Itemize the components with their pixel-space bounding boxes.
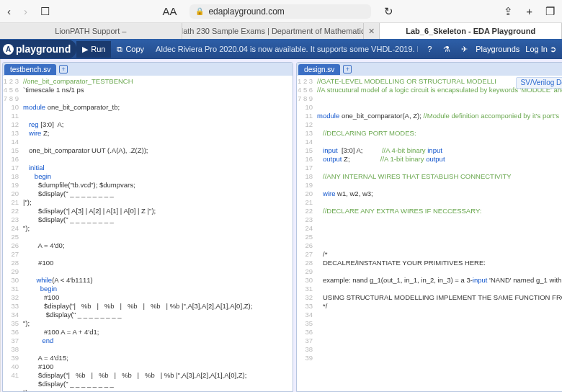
design-badge: SV/Verilog Design: [516, 77, 562, 89]
tab-testbench[interactable]: testbench.sv: [4, 64, 56, 75]
tab-math230[interactable]: Math 230 Sample Exams | Department of Ma…: [182, 23, 365, 39]
book-icon[interactable]: ☐: [40, 5, 52, 18]
editor-right[interactable]: 1 2 3 4 5 6 7 8 9 10 11 12 13 14 15 16 1…: [297, 76, 562, 391]
new-tab-icon[interactable]: +: [526, 5, 532, 17]
tab-strip: LionPATH Support – Math 230 Sample Exams…: [0, 23, 562, 39]
flask-icon[interactable]: ⚗: [441, 43, 452, 55]
browser-bar: ‹ › ☐ AA 🔒 edaplayground.com ↻ ⇪ + ❐: [0, 0, 562, 23]
login-button[interactable]: Log In ➲: [525, 45, 556, 54]
logo[interactable]: A playground: [0, 40, 76, 58]
text-size-icon[interactable]: AA: [162, 5, 177, 17]
tab-design[interactable]: design.sv: [298, 64, 340, 75]
tabs-icon[interactable]: ❐: [545, 5, 555, 18]
toolbar-message: Aldec Riviera Pro 2020.04 is now availab…: [150, 45, 418, 53]
tab-edaplayground[interactable]: Lab_6_Skeleton - EDA Playground: [380, 23, 562, 39]
editor-left[interactable]: 1 2 3 4 5 6 7 8 9 10 11 12 13 14 15 16 1…: [3, 76, 293, 391]
left-pane: testbench.sv + 1 2 3 4 5 6 7 8 9 10 11 1…: [2, 62, 293, 392]
plane-icon[interactable]: ✈: [458, 43, 470, 55]
play-icon: ▶: [82, 45, 88, 54]
copy-icon: ⧉: [117, 45, 122, 54]
share-icon[interactable]: ⇪: [504, 5, 513, 18]
back-icon[interactable]: ‹: [7, 5, 11, 17]
url-host: edaplayground.com: [208, 6, 284, 17]
run-button[interactable]: ▶Run: [76, 41, 111, 58]
forward-icon[interactable]: ›: [24, 5, 27, 17]
help-icon[interactable]: ?: [424, 43, 435, 55]
editor-panes: testbench.sv + 1 2 3 4 5 6 7 8 9 10 11 1…: [1, 59, 562, 392]
url-bar[interactable]: 🔒 edaplayground.com: [189, 4, 370, 19]
right-pane: design.sv + 1 2 3 4 5 6 7 8 9 10 11 12 1…: [296, 62, 562, 392]
tab-lionpath[interactable]: LionPATH Support –: [0, 23, 182, 39]
reload-icon[interactable]: ↻: [384, 5, 393, 18]
add-tab-right[interactable]: +: [343, 65, 352, 74]
logo-icon: A: [3, 44, 14, 55]
app-toolbar: A playground ▶Run ⧉Copy Aldec Riviera Pr…: [0, 39, 562, 59]
lock-icon: 🔒: [195, 7, 204, 15]
copy-button[interactable]: ⧉Copy: [111, 41, 150, 58]
playgrounds-link[interactable]: Playgrounds: [476, 45, 519, 53]
tab-close-icon[interactable]: ✕: [364, 23, 380, 39]
add-tab-left[interactable]: +: [59, 65, 68, 74]
